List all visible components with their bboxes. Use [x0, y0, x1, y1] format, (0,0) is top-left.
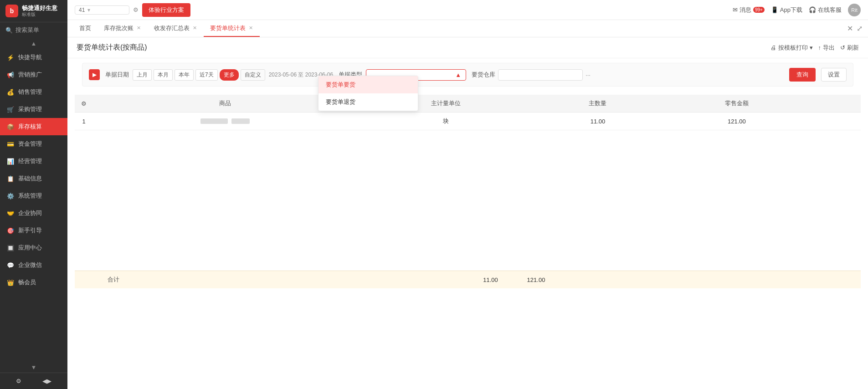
row-qty: 11.00 [535, 113, 661, 130]
col-header-qty: 主数量 [535, 95, 661, 113]
table-row: 1 块 11.00 121.00 [75, 113, 861, 130]
app-download[interactable]: 📱 App下载 [771, 6, 802, 14]
period-last-month[interactable]: 上月 [133, 69, 152, 81]
sidebar: b 畅捷通好生意 标准版 🔍 搜索菜单 ▲ ⚡ 快捷导航 📢 营销推广 💰 销售… [0, 0, 67, 389]
industry-solution-button[interactable]: 体验行业方案 [142, 3, 190, 17]
service-icon: 🎧 [809, 6, 816, 13]
tab-receivables[interactable]: 收发存汇总表 ✕ [148, 20, 204, 37]
sidebar-item-wechat[interactable]: 💬 企业微信 [0, 256, 67, 274]
footer-label: 合计 [80, 276, 171, 284]
sidebar-item-system[interactable]: ⚙️ 系统管理 [0, 187, 67, 205]
message-badge: 99+ [753, 7, 765, 13]
warehouse-filter-group: 要货仓库 ··· [472, 69, 591, 81]
export-button[interactable]: ↑ 导出 [818, 44, 835, 52]
sidebar-item-sales[interactable]: 💰 销售管理 [0, 83, 67, 101]
sidebar-item-operation[interactable]: 📊 经营管理 [0, 153, 67, 170]
tab-bar-controls: ✕ ⤢ [847, 24, 863, 33]
tab-home[interactable]: 首页 [73, 20, 98, 37]
product-placeholder-1 [200, 118, 228, 124]
sidebar-item-inventory[interactable]: 📦 库存核算 [0, 118, 67, 135]
sidebar-item-basic[interactable]: 📋 基础信息 [0, 170, 67, 187]
tab-inventory-batch[interactable]: 库存批次账 ✕ [98, 20, 148, 37]
tab-expand-button[interactable]: ⤢ [857, 24, 863, 33]
sidebar-item-purchase[interactable]: 🛒 采购管理 [0, 101, 67, 118]
settings-icon[interactable]: ⚙ [16, 378, 21, 384]
table-header: ⚙ 商品 主计量单位 主数量 零售金额 [75, 95, 861, 113]
sidebar-scroll-down[interactable]: ▼ [0, 362, 67, 373]
row-index: 1 [75, 113, 93, 130]
custom-date-btn[interactable]: 自定义 [241, 69, 265, 81]
warehouse-input[interactable] [498, 69, 583, 81]
tab-close-all-button[interactable]: ✕ [847, 24, 853, 33]
table-footer-wrap: 合计 11.00 121.00 [67, 271, 868, 288]
online-service[interactable]: 🎧 在线客服 [809, 6, 842, 14]
footer-qty: 11.00 [468, 276, 514, 283]
message-icon: ✉ [733, 6, 738, 13]
logo-icon: b [5, 5, 18, 17]
logo: b 畅捷通好生意 标准版 [0, 0, 67, 22]
dropdown-item-order[interactable]: 要货单要货 [318, 76, 418, 93]
sidebar-item-finance[interactable]: 💳 资金管理 [0, 135, 67, 153]
settings-button[interactable]: 设置 [821, 68, 847, 82]
query-button[interactable]: 查询 [789, 68, 816, 82]
sidebar-item-guide[interactable]: 🎯 新手引导 [0, 222, 67, 239]
guide-icon: 🎯 [6, 226, 15, 235]
sidebar-nav: ⚡ 快捷导航 📢 营销推广 💰 销售管理 🛒 采购管理 📦 库存核算 💳 资金管… [0, 49, 67, 362]
table-body: 1 块 11.00 121.00 [75, 113, 861, 130]
tabs-count-selector[interactable]: 41 ▾ [75, 5, 129, 15]
date-filter-group: 单据日期 上月 本月 本年 近7天 更多 自定义 2023-05-06 至 20… [105, 69, 333, 81]
col-header-product: 商品 [93, 95, 357, 113]
period-7-days[interactable]: 近7天 [195, 69, 218, 81]
dropdown-item-return[interactable]: 要货单退货 [318, 93, 418, 111]
col-header-settings[interactable]: ⚙ [75, 95, 93, 113]
sidebar-scroll-up[interactable]: ▲ [0, 38, 67, 49]
sidebar-item-apps[interactable]: 🔲 应用中心 [0, 239, 67, 256]
print-template-button[interactable]: 🖨 按模板打印 ▾ [770, 44, 813, 52]
search-menu[interactable]: 🔍 搜索菜单 [0, 22, 67, 38]
wechat-icon: 💬 [6, 261, 15, 269]
tabs-dropdown-icon: ▾ [87, 7, 90, 13]
sidebar-item-marketing[interactable]: 📢 营销推广 [0, 66, 67, 83]
collapse-icon[interactable]: ◀▶ [42, 378, 51, 384]
table-footer: 合计 11.00 121.00 [75, 271, 861, 288]
tab-close-inventory-batch[interactable]: ✕ [136, 25, 141, 31]
date-label: 单据日期 [105, 71, 129, 79]
table-settings-icon[interactable]: ⚙ [81, 100, 87, 107]
period-more[interactable]: 更多 [220, 69, 239, 81]
header-right: ✉ 消息 99+ 📱 App下载 🎧 在线客服 Rit [733, 4, 861, 16]
period-this-month[interactable]: 本月 [154, 69, 173, 81]
quick-nav-icon: ⚡ [6, 53, 15, 61]
sidebar-item-collab[interactable]: 🤝 企业协同 [0, 205, 67, 222]
messages[interactable]: ✉ 消息 99+ [733, 6, 765, 14]
page-inner: 要货单统计表(按商品) 🖨 按模板打印 ▾ ↑ 导出 ↺ 刷新 [67, 37, 868, 389]
tab-close-order-stats[interactable]: ✕ [248, 25, 253, 31]
avatar[interactable]: Rit [848, 4, 861, 16]
filter-section: ▶ 单据日期 上月 本月 本年 近7天 更多 自定义 2023-05-06 至 … [67, 58, 868, 91]
top-header: 41 ▾ ⚙ 体验行业方案 ✉ 消息 99+ 📱 App下载 🎧 在线客服 Ri… [67, 0, 868, 20]
col-header-extra [813, 95, 861, 113]
period-buttons: 上月 本月 本年 近7天 更多 自定义 [133, 69, 265, 81]
sidebar-item-members[interactable]: 👑 畅会员 [0, 274, 67, 291]
refresh-button[interactable]: ↺ 刷新 [840, 44, 859, 52]
inventory-icon: 📦 [6, 123, 15, 131]
row-extra [813, 113, 861, 130]
header-gear-icon[interactable]: ⚙ [133, 6, 139, 13]
collab-icon: 🤝 [6, 209, 15, 217]
product-placeholder-2 [231, 118, 250, 124]
refresh-icon: ↺ [840, 44, 845, 51]
period-this-year[interactable]: 本年 [175, 69, 194, 81]
message-label: 消息 [740, 6, 751, 14]
logo-sub: 标准版 [22, 12, 57, 17]
row-product [93, 113, 357, 130]
marketing-icon: 📢 [6, 71, 15, 79]
tab-order-stats[interactable]: 要货单统计表 ✕ [204, 20, 260, 37]
table-spacer [67, 130, 868, 267]
system-icon: ⚙️ [6, 192, 15, 200]
tab-close-receivables[interactable]: ✕ [192, 25, 197, 31]
filter-expand-button[interactable]: ▶ [89, 69, 100, 80]
sidebar-item-quick-nav[interactable]: ⚡ 快捷导航 [0, 49, 67, 66]
app-download-icon: 📱 [771, 6, 778, 13]
search-icon: 🔍 [5, 27, 13, 34]
warehouse-more-icon[interactable]: ··· [586, 72, 591, 78]
row-amount: 121.00 [661, 113, 812, 130]
